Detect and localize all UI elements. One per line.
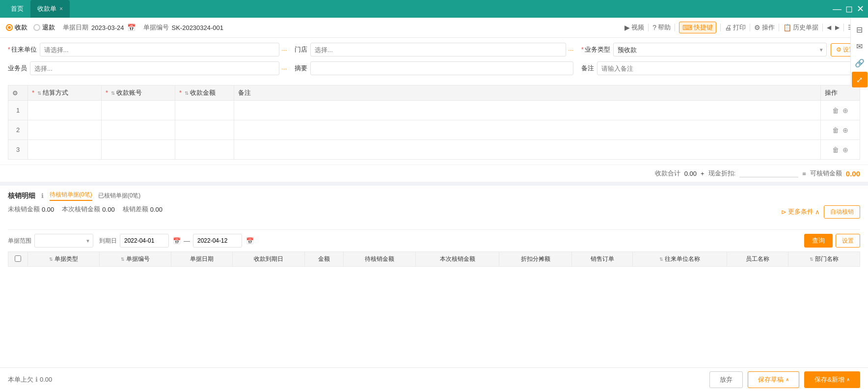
number-sort-icon: ⇅: [121, 257, 125, 262]
video-action[interactable]: ▶ 视频: [624, 23, 644, 32]
row-3-copy-icon[interactable]: ⊕: [842, 146, 848, 154]
footer-info-label: 本单上欠: [8, 375, 33, 384]
row-3-account[interactable]: [102, 140, 175, 160]
hexiao-header: 核销明细 ℹ 待核销单据(0笔) 已核销单据(0笔): [8, 191, 860, 201]
partner-label: 往来单位: [11, 45, 37, 54]
filter-controls-row: 单据范围 ▼ 到期日 📅 — 📅 查询 设置: [8, 230, 860, 251]
date-icon[interactable]: 📅: [127, 24, 136, 31]
restore-icon[interactable]: ◻: [845, 3, 853, 14]
print-action[interactable]: 🖨 打印: [725, 23, 746, 32]
col-settings-header[interactable]: ⚙: [8, 85, 28, 101]
hexiao-stats-row: 未核销金额 0.00 本次核销金额 0.00 核销差额 0.00 ⊳ 更多条件 …: [8, 205, 860, 219]
row-1-note[interactable]: [234, 101, 821, 120]
footer-info-icon[interactable]: ℹ: [35, 376, 38, 383]
auto-hexiao-button[interactable]: 自动核销: [824, 205, 860, 219]
abandon-button[interactable]: 放弃: [709, 371, 743, 388]
help-action[interactable]: ? 帮助: [652, 23, 671, 32]
col-partner-header: ⇅ 往来单位名称: [633, 252, 727, 267]
store-sort-icon: ⇅: [810, 257, 814, 262]
sidebar-table-icon[interactable]: ⊟: [852, 22, 868, 37]
col-pending-header: 待核销金额: [343, 252, 415, 267]
row-2-account[interactable]: [102, 120, 175, 140]
nav-window-controls: — ◻ ✕: [833, 3, 864, 14]
summary-input[interactable]: [310, 61, 573, 75]
row-3-note[interactable]: [234, 140, 821, 160]
nav-home[interactable]: 首页: [4, 0, 30, 18]
sidebar-expand-icon[interactable]: ⤢: [852, 72, 868, 87]
date-value[interactable]: 2023-03-24: [91, 24, 124, 31]
range-select[interactable]: [34, 234, 93, 248]
select-all-checkbox[interactable]: [15, 255, 21, 262]
row-num-1: 1: [8, 101, 28, 120]
history-action[interactable]: 📋 历史单据: [783, 23, 818, 32]
current-value: 0.00: [102, 206, 114, 213]
col-due-header: 收款到期日: [232, 252, 304, 267]
footer-action-buttons: 放弃 保存草稿 ∧ 保存&新增 ∧: [709, 371, 860, 388]
print-label: 打印: [733, 23, 746, 32]
business-select[interactable]: 预收款: [613, 43, 827, 56]
row-1-copy-icon[interactable]: ⊕: [842, 107, 848, 114]
minimize-icon[interactable]: —: [833, 4, 841, 14]
row-2-settle[interactable]: [28, 120, 102, 140]
radio-refund[interactable]: 退款: [33, 23, 55, 32]
query-button[interactable]: 查询: [804, 234, 833, 248]
close-icon[interactable]: ✕: [857, 3, 864, 14]
nav-next-icon[interactable]: ▶: [835, 24, 840, 31]
store-group: 门店 ···: [295, 43, 573, 56]
row-1-amount[interactable]: [175, 101, 234, 120]
row-2-delete-icon[interactable]: 🗑: [832, 126, 839, 134]
business-required: *: [581, 46, 584, 53]
row-3-amount[interactable]: [175, 140, 234, 160]
partner-more-icon[interactable]: ···: [281, 46, 287, 54]
row-1-delete-icon[interactable]: 🗑: [832, 107, 839, 114]
form-body: * 往来单位 ··· 门店 ··· * 业务类型 预收款 ▼ ⚙ 设置: [0, 38, 868, 85]
save-new-button[interactable]: 保存&新增 ∧: [804, 371, 860, 388]
col-settle-header: ⇅ 结算方式: [28, 85, 102, 101]
row-2-note[interactable]: [234, 120, 821, 140]
nav-prev-icon[interactable]: ◀: [827, 24, 831, 31]
row-3-delete-icon[interactable]: 🗑: [832, 146, 839, 154]
date-to-input[interactable]: [193, 234, 242, 248]
staff-input[interactable]: [30, 61, 279, 75]
sidebar-mail-icon[interactable]: ✉: [852, 38, 868, 54]
save-draft-button[interactable]: 保存草稿 ∧: [748, 371, 799, 388]
sidebar-link-icon[interactable]: 🔗: [852, 55, 868, 71]
save-caret-icon: ∧: [846, 377, 850, 382]
date-from-calendar-icon[interactable]: 📅: [173, 237, 181, 245]
history-label: 历史单据: [793, 23, 818, 32]
more-filter-btn[interactable]: ⊳ 更多条件 ∧: [781, 207, 820, 216]
row-3-settle[interactable]: [28, 140, 102, 160]
date-from-input[interactable]: [120, 234, 169, 248]
settings-gear-icon[interactable]: ⚙: [12, 89, 18, 97]
partner-input[interactable]: [40, 43, 279, 56]
remark-input[interactable]: [597, 61, 860, 75]
top-nav: 首页 收款单 × — ◻ ✕: [0, 0, 868, 18]
filter-icon: ⊳: [781, 208, 787, 216]
shortcut-action[interactable]: ⌨ 快捷键: [679, 22, 716, 33]
store-input[interactable]: [310, 43, 566, 56]
number-value: SK-20230324-001: [172, 24, 224, 31]
date-filter-group: 到期日 📅 — 📅: [99, 234, 254, 248]
tab-pending[interactable]: 待核销单据(0笔): [50, 191, 92, 201]
range-select-wrapper: ▼: [34, 234, 93, 248]
row-1-settle[interactable]: [28, 101, 102, 120]
radio-receive[interactable]: 收款: [6, 23, 27, 32]
row-2-amount[interactable]: [175, 120, 234, 140]
col-number-header: ⇅ 单据编号: [100, 252, 171, 267]
hexiao-info-icon[interactable]: ℹ: [41, 192, 44, 199]
store-more-icon[interactable]: ···: [568, 46, 573, 54]
tab-done[interactable]: 已核销单据(0笔): [98, 192, 141, 200]
discount-input[interactable]: [739, 169, 798, 177]
tab-close-icon[interactable]: ×: [59, 0, 63, 18]
operation-action[interactable]: ⚙ 操作: [754, 23, 775, 32]
nav-tab-receipt[interactable]: 收款单 ×: [30, 0, 70, 18]
date-to-calendar-icon[interactable]: 📅: [246, 237, 254, 245]
row-1-account[interactable]: [102, 101, 175, 120]
staff-more-icon[interactable]: ···: [281, 65, 287, 72]
col-store-header: ⇅ 部门名称: [788, 252, 860, 267]
footer-spacer: [0, 272, 868, 299]
filter-setting-button[interactable]: 设置: [836, 234, 860, 248]
row-2-copy-icon[interactable]: ⊕: [842, 126, 848, 134]
draft-caret-icon: ∧: [786, 377, 789, 382]
page-footer: 本单上欠 ℹ 0.00 放弃 保存草稿 ∧ 保存&新增 ∧: [0, 367, 868, 391]
